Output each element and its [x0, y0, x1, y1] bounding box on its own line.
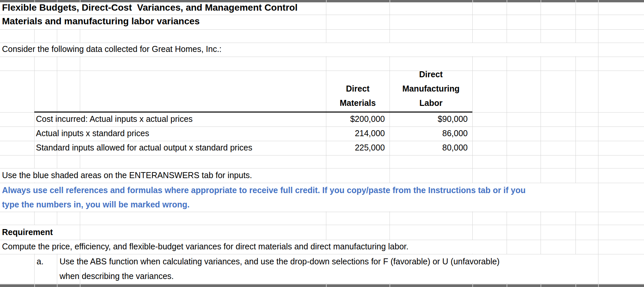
pane-divider-tick: [575, 0, 576, 2]
cell-direct-materials-actual-standard[interactable]: 214,000: [326, 127, 390, 141]
sheet-subtitle: Materials and manufacturing labor varian…: [2, 15, 200, 29]
column-header-line: Labor: [419, 96, 442, 110]
cell-direct-labor-actual-standard[interactable]: 86,000: [390, 127, 472, 141]
column-header-direct-materials: Direct Materials: [326, 71, 390, 112]
table-row-label: Actual inputs x standard prices: [36, 127, 149, 141]
cell-direct-materials-standard-allowed[interactable]: 225,000: [326, 141, 390, 155]
column-header-direct-manufacturing-labor: Direct Manufacturing Labor: [390, 71, 472, 112]
cell-direct-labor-cost-incurred[interactable]: $90,000: [390, 112, 472, 127]
pane-divider-tick: [326, 0, 327, 2]
column-header-line: Manufacturing: [402, 82, 459, 96]
warning-text-line2: type the numbers in, you will be marked …: [2, 197, 190, 212]
pane-divider-tick: [57, 284, 58, 287]
column-header-line: Materials: [340, 96, 376, 110]
gridline-horizontal: [0, 155, 644, 155]
pane-divider-tick: [472, 284, 473, 287]
pane-divider-tick: [507, 0, 507, 2]
requirement-item-a-line1: Use the ABS function when calculating va…: [60, 254, 500, 269]
sheet-title: Flexible Budgets, Direct-Cost Variances,…: [2, 2, 297, 15]
gridline-horizontal: [0, 71, 644, 71]
gridline-horizontal: [0, 57, 644, 57]
requirement-item-a-label: a.: [37, 254, 44, 269]
gridline-horizontal: [0, 212, 644, 212]
gridline-vertical: [598, 2, 598, 284]
gridline-horizontal: [0, 284, 644, 284]
inputs-note: Use the blue shaded areas on the ENTERAN…: [2, 168, 252, 183]
column-header-line: Direct: [346, 82, 370, 96]
intro-text: Consider the following data collected fo…: [2, 43, 222, 57]
column-header-line: Direct: [419, 67, 443, 82]
pane-divider-tick: [541, 0, 541, 2]
pane-divider-tick: [390, 0, 390, 2]
pane-divider-tick: [598, 0, 599, 2]
pane-divider-tick: [472, 0, 473, 2]
requirement-body: Compute the price, efficiency, and flexi…: [2, 240, 408, 254]
gridline-horizontal: [0, 29, 644, 30]
cell-direct-labor-standard-allowed[interactable]: 80,000: [390, 141, 472, 155]
spreadsheet-view: Flexible Budgets, Direct-Cost Variances,…: [0, 0, 644, 287]
gridline-horizontal: [0, 225, 644, 225]
pane-divider-tick: [507, 284, 507, 287]
table-row-label: Cost incurred: Actual inputs x actual pr…: [36, 112, 193, 127]
pane-divider-tick: [541, 284, 541, 287]
requirement-item-a-line2: when describing the variances.: [60, 268, 174, 284]
bottom-pane-divider: [0, 284, 644, 287]
pane-divider-tick: [598, 284, 599, 287]
warning-text-line1: Always use cell references and formulas …: [2, 183, 526, 197]
pane-divider-tick: [575, 284, 576, 287]
pane-divider-tick: [80, 284, 80, 287]
cell-direct-materials-cost-incurred[interactable]: $200,000: [326, 112, 390, 127]
requirement-heading: Requirement: [2, 225, 53, 240]
table-row-label: Standard inputs allowed for actual outpu…: [36, 141, 252, 155]
pane-divider-tick: [326, 284, 327, 287]
pane-divider-tick: [34, 284, 35, 287]
pane-divider-tick: [390, 284, 390, 287]
